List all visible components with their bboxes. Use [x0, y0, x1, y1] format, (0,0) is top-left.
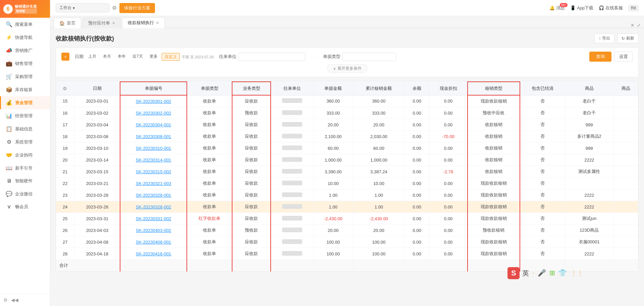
- settings-bottom-icon[interactable]: ⚙: [3, 297, 8, 303]
- sidebar-item-purchase[interactable]: 🛒 采购管理: [0, 70, 50, 83]
- table-row[interactable]: 18 2023-03-08 SK-20230308-001 收款单 应收款 2,…: [56, 131, 638, 142]
- cell-bill-no: SK-20230403-002: [120, 225, 186, 236]
- bill-no-link[interactable]: SK-20230408-001: [136, 240, 171, 245]
- headset-icon: 🎧: [599, 5, 604, 10]
- workspace-selector[interactable]: 工作台 ▾: [56, 3, 109, 12]
- bill-no-link[interactable]: SK-20230314-001: [136, 158, 171, 163]
- message-button[interactable]: 🔔 消息 99+: [549, 5, 565, 11]
- collapse-icon[interactable]: ◀◀: [11, 297, 18, 303]
- bill-no-link[interactable]: SK-20230328-001: [136, 193, 171, 198]
- table-row[interactable]: 27 2023-04-08 SK-20230408-001 收款单 应收款 10…: [56, 236, 638, 248]
- date-last-7days[interactable]: 近7天: [130, 53, 146, 61]
- sidebar-item-inventory[interactable]: 📦 库存核算: [0, 83, 50, 96]
- bill-no-link[interactable]: SK-20230321-003: [136, 181, 171, 186]
- bill-type-select[interactable]: [342, 53, 396, 61]
- date-this-year[interactable]: 本年: [115, 53, 128, 61]
- query-button[interactable]: 查询: [589, 52, 611, 62]
- sidebar-item-finance[interactable]: 💰 资金管理: [0, 96, 50, 109]
- date-last-month[interactable]: 上月: [86, 53, 99, 61]
- purchase-icon: 🛒: [6, 73, 12, 80]
- bill-no-link[interactable]: SK-20230328-002: [136, 204, 171, 209]
- sidebar-logo: 6 畅销通好生意 标准版: [0, 0, 50, 18]
- cell-cancel-type: 收款核销: [468, 166, 520, 178]
- industry-solution-button[interactable]: 体验行业方案: [119, 3, 155, 13]
- sidebar-item-marketing[interactable]: 📣 营销推广: [0, 44, 50, 57]
- bill-no-link[interactable]: SK-20230403-002: [136, 228, 171, 233]
- sidebar-item-basic[interactable]: 📋 基础信息: [0, 122, 50, 135]
- bill-no-link[interactable]: SK-20230302-002: [136, 111, 171, 116]
- sidebar-item-hardware[interactable]: 🖥 智能硬件: [0, 175, 50, 187]
- bill-no-link[interactable]: SK-20230304-001: [136, 122, 171, 127]
- cell-cancel-type: 预收中应收: [468, 107, 520, 119]
- tab-collection[interactable]: 收款核销执行 ✕: [122, 17, 165, 28]
- date-custom[interactable]: 自定义: [162, 53, 180, 61]
- refresh-button[interactable]: ↻ 刷新: [617, 34, 639, 43]
- table-row[interactable]: 25 2023-03-31 SK-20230331-002 红字收款单 应收款 …: [56, 213, 638, 225]
- expand-icon[interactable]: ⤢: [637, 23, 641, 28]
- filter-settings-button[interactable]: 设置: [614, 52, 633, 62]
- topbar: 工作台 ▾ ⚙ 体验行业方案 🔔 消息 99+ 📱 App下载 🎧 在线客服 R…: [50, 0, 644, 16]
- cell-bill-no: SK-20230308-001: [120, 131, 186, 142]
- table-row[interactable]: 16 2023-03-02 SK-20230302-002 收款单 预收款 33…: [56, 107, 638, 119]
- tab-close-prepayment[interactable]: ✕: [112, 21, 115, 25]
- cell-no: 21: [56, 166, 74, 178]
- date-more[interactable]: 更多: [147, 53, 160, 61]
- table-row[interactable]: 23 2023-03-28 SK-20230328-001 收款单 应收款 1.…: [56, 189, 638, 201]
- sidebar-item-sales[interactable]: 💼 销售管理: [0, 57, 50, 70]
- filter-date-group: 日期 上月 本月 本年 近7天 更多 自定义 不限 至 2023-07-26: [75, 53, 214, 61]
- col-setting[interactable]: ⚙: [56, 82, 74, 95]
- table-row[interactable]: 20 2023-03-14 SK-20230314-001 收款单 应收款 1,…: [56, 154, 638, 166]
- bill-no-link[interactable]: SK-20230331-002: [136, 216, 171, 221]
- user-avatar[interactable]: Rit: [628, 5, 639, 11]
- bill-no-link[interactable]: SK-20230310-001: [136, 146, 171, 151]
- filter-dots: ...: [311, 54, 318, 59]
- sidebar-item-system[interactable]: ⚙ 系统管理: [0, 135, 50, 148]
- export-button[interactable]: ↑ 导出: [594, 34, 614, 43]
- cell-bill-type: 收款单: [187, 119, 232, 131]
- cell-vendor: [271, 201, 313, 213]
- bill-no-link[interactable]: SK-20230418-001: [136, 251, 171, 256]
- tab-prepayment[interactable]: 预付应付单 ✕: [83, 18, 121, 28]
- tab-close-collection[interactable]: ✕: [156, 21, 159, 25]
- date-this-month[interactable]: 本月: [100, 53, 114, 61]
- sidebar-item-collab[interactable]: 🤝 企业协同: [0, 148, 50, 162]
- sidebar-item-search[interactable]: 🔍 搜索菜单: [0, 18, 50, 31]
- cell-include-settled: 否: [520, 131, 565, 142]
- cell-goods2: [613, 236, 638, 248]
- cell-date: 2023-04-08: [74, 236, 120, 248]
- phone-icon: 📱: [570, 5, 576, 10]
- cell-vendor: [271, 166, 313, 178]
- online-service-link[interactable]: 🎧 在线客服: [599, 5, 623, 11]
- expand-more-button[interactable]: ∨ 展开更多条件: [327, 64, 367, 73]
- gear-icon[interactable]: ⚙: [112, 5, 117, 11]
- table-row[interactable]: 28 2023-04-18 SK-20230418-001 收款单 应收款 10…: [56, 248, 638, 260]
- table-row[interactable]: 15 2023-03-01 SK-20230301-002 收款单 应收款 36…: [56, 95, 638, 107]
- cell-include-settled: 否: [520, 95, 565, 107]
- col-gear-icon[interactable]: ⚙: [63, 86, 67, 91]
- cell-no: 17: [56, 119, 74, 131]
- cell-balance: 0.00: [405, 236, 429, 248]
- watermark-mic-icon: 🎤: [538, 269, 546, 278]
- table-row[interactable]: 22 2023-03-21 SK-20230321-003 收款单 应收款 10…: [56, 178, 638, 189]
- table-row[interactable]: 19 2023-03-10 SK-20230310-001 收款单 应收款 60…: [56, 142, 638, 154]
- sidebar-item-management[interactable]: 📊 经营管理: [0, 109, 50, 122]
- sidebar-item-member[interactable]: V 畅会员: [0, 200, 50, 213]
- vendor-input[interactable]: [238, 53, 306, 61]
- sidebar-item-guide[interactable]: 📖 新手引导: [0, 162, 50, 175]
- close-all-icon[interactable]: ✕: [631, 23, 634, 28]
- sidebar-item-wechat[interactable]: 💬 企业微信: [0, 187, 50, 200]
- table-row[interactable]: 24 2023-03-28 SK-20230328-002 收款单 应收款 1.…: [56, 201, 638, 213]
- bill-no-link[interactable]: SK-20230308-001: [136, 134, 171, 139]
- filter-expand-button[interactable]: »: [61, 53, 69, 61]
- bill-no-link[interactable]: SK-20230301-002: [136, 99, 171, 104]
- app-download-link[interactable]: 📱 App下载: [570, 5, 593, 11]
- tab-home[interactable]: 🏠 首页: [54, 18, 81, 28]
- bill-no-link[interactable]: SK-20230315-002: [136, 169, 171, 174]
- sidebar-item-quick[interactable]: ⚡ 快捷导航: [0, 31, 50, 44]
- cell-vendor: [271, 248, 313, 260]
- table-row[interactable]: 21 2023-03-15 SK-20230315-002 收款单 应收款 3,…: [56, 166, 638, 178]
- table-row[interactable]: 26 2023-04-03 SK-20230403-002 收款单 预收款 20…: [56, 225, 638, 236]
- cell-amount: 20.00: [313, 119, 353, 131]
- cell-goods2: [613, 95, 638, 107]
- table-row[interactable]: 17 2023-03-04 SK-20230304-001 收款单 应收款 20…: [56, 119, 638, 131]
